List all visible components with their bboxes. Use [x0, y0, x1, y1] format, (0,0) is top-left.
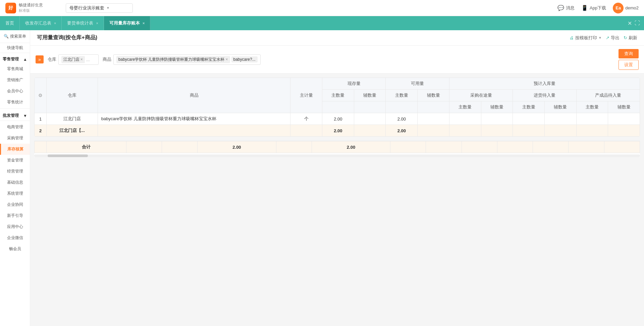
sidebar-item-wechat-work[interactable]: 企业微信: [0, 232, 30, 243]
th-purchase-main: 主数量: [449, 101, 481, 113]
tab-available-stock-close[interactable]: ×: [143, 21, 145, 25]
tab-available-stock-label: 可用量库存账本: [109, 20, 140, 26]
product-label: 商品: [103, 56, 111, 62]
tab-receive-pay-close[interactable]: ×: [54, 21, 56, 25]
total-label: 合计: [47, 141, 126, 153]
refresh-icon: ↻: [624, 35, 627, 40]
cell-production-sub: [608, 113, 640, 125]
table-settings-icon[interactable]: ⚙: [38, 93, 43, 98]
product-tag-1-remove[interactable]: ×: [226, 57, 228, 62]
print-icon: 🖨: [570, 35, 574, 40]
cell-purchase-main: [449, 113, 481, 125]
sidebar-item-marketing[interactable]: 营销推广: [0, 75, 30, 86]
account-selector[interactable]: 母婴行业演示账套 ▼: [66, 3, 133, 13]
warehouse-tag-text: 江北门店: [63, 57, 79, 62]
content-area: 可用量查询(按仓库+商品) 🖨 按模板打印 ▼ ↗ 导出 ↻ 刷新 »: [30, 30, 644, 326]
sidebar-item-newbie[interactable]: 新手引导: [0, 210, 30, 221]
sidebar-item-system-label: 系统管理: [7, 191, 23, 196]
sidebar-item-member-label: 会员中心: [7, 89, 23, 93]
settings-btn[interactable]: 设置: [619, 60, 639, 70]
data-table: ⚙ 仓库 商品 主计量 现存量 可用量 预计入库量 主数量 辅数量 主数量 辅数…: [34, 78, 640, 137]
sidebar-item-operations[interactable]: 经营管理: [0, 166, 30, 177]
export-icon: ↗: [606, 35, 609, 40]
message-btn[interactable]: 💬 消息: [557, 5, 575, 11]
sidebar-item-retail-stats[interactable]: 零售统计: [0, 97, 30, 108]
product-input[interactable]: babycare学饮杯 儿童防摔防撞吸管杯重力球吸嘴杯宝宝水杯 × babyca…: [113, 54, 261, 65]
cell-no: 1: [35, 113, 47, 125]
warehouse-label: 仓库: [48, 56, 56, 62]
th-pt-sub: [354, 101, 386, 113]
sidebar-search[interactable]: 🔍 搜索菜单: [0, 30, 30, 43]
total-row: 合计 2.00 2.00: [35, 141, 640, 153]
sidebar-quick-nav-label: 快捷导航: [7, 45, 23, 50]
sidebar-item-finance[interactable]: 资金管理: [0, 155, 30, 166]
filter-expand-btn[interactable]: »: [36, 55, 44, 63]
sidebar-group-wholesale-label: 批发管理: [3, 113, 19, 119]
sidebar-item-member[interactable]: 会员中心: [0, 86, 30, 97]
cell-product: babycare学饮杯 儿童防摔防撞吸管杯重力球吸嘴杯宝宝水杯: [98, 113, 290, 125]
sidebar-quick-nav[interactable]: 快捷导航: [0, 43, 30, 53]
export-btn[interactable]: ↗ 导出: [606, 35, 620, 41]
warehouse-filter-group: 仓库 江北门店 × ...: [48, 54, 99, 65]
print-btn[interactable]: 🖨 按模板打印 ▼: [570, 35, 602, 41]
logo-text: 畅捷通好生意: [19, 3, 43, 8]
sidebar-item-inventory[interactable]: 库存核算: [0, 144, 30, 155]
sidebar-item-member-pro[interactable]: 畅会员: [0, 243, 30, 254]
maximize-icon[interactable]: ⛶: [635, 20, 640, 26]
data-table-container: ⚙ 仓库 商品 主计量 现存量 可用量 预计入库量 主数量 辅数量 主数量 辅数…: [34, 78, 640, 137]
user-name: demo2: [625, 5, 639, 10]
sidebar-item-retail-mall[interactable]: 零售商城: [0, 63, 30, 75]
query-btn[interactable]: 查询: [619, 49, 639, 58]
th-av-sub: [418, 101, 449, 113]
cell-inbound-sub: [544, 113, 576, 125]
sidebar-item-system[interactable]: 系统管理: [0, 188, 30, 199]
subtotal-no: 2: [35, 125, 47, 137]
subtotal-available-main: 2.00: [386, 125, 418, 137]
subtotal-production-main: [576, 125, 608, 137]
sidebar-item-purchase-label: 采购管理: [7, 136, 23, 140]
th-inbound-main: 主数量: [513, 101, 545, 113]
sidebar: 🔍 搜索菜单 快捷导航 零售管理 ▲ 零售商城 营销推广 会员中心 零售统计 批…: [0, 30, 30, 326]
th-unit: 主计量: [290, 78, 322, 113]
sidebar-item-purchase[interactable]: 采购管理: [0, 133, 30, 144]
tab-home[interactable]: 首页: [0, 16, 20, 30]
user-menu[interactable]: Ea demo2: [613, 3, 639, 13]
sidebar-item-retail-stats-label: 零售统计: [7, 100, 23, 104]
th-available: 可用量: [386, 78, 449, 90]
tab-order-stats[interactable]: 要货单统计表 ×: [62, 16, 104, 30]
page-header: 可用量查询(按仓库+商品) 🖨 按模板打印 ▼ ↗ 导出 ↻ 刷新: [30, 30, 644, 46]
th-purchase-sub: 辅数量: [481, 101, 513, 113]
close-window-icon[interactable]: ✕: [628, 20, 632, 27]
total-stock-main: 2.00: [198, 141, 276, 153]
tab-available-stock[interactable]: 可用量库存账本 ×: [104, 16, 150, 30]
sidebar-search-label: 搜索菜单: [10, 34, 26, 39]
sidebar-group-retail[interactable]: 零售管理 ▲: [0, 53, 30, 63]
sidebar-item-ecommerce-label: 电商管理: [7, 125, 23, 129]
refresh-btn[interactable]: ↻ 刷新: [624, 35, 637, 41]
warehouse-tag-remove[interactable]: ×: [80, 57, 83, 62]
message-label: 消息: [566, 5, 575, 11]
sidebar-item-basic-info[interactable]: 基础信息: [0, 177, 30, 188]
tab-order-stats-close[interactable]: ×: [96, 21, 98, 25]
th-production-pending: 产成品待入量: [576, 90, 640, 101]
tab-receive-pay[interactable]: 收发存汇总表 ×: [20, 16, 62, 30]
th-stock-main: 主数量: [322, 90, 354, 101]
tab-home-label: 首页: [5, 20, 14, 26]
app-download-btn[interactable]: 📱 App下载: [581, 5, 606, 11]
subtotal-stock-sub: [354, 125, 386, 137]
sidebar-item-ecommerce[interactable]: 电商管理: [0, 122, 30, 133]
sidebar-item-app-center[interactable]: 应用中心: [0, 221, 30, 232]
subtotal-production-sub: [608, 125, 640, 137]
subtotal-product: [98, 125, 290, 137]
chevron-up-icon: ▲: [23, 57, 27, 62]
warehouse-input[interactable]: 江北门店 × ...: [58, 54, 99, 65]
sidebar-group-wholesale[interactable]: 批发管理 ▼: [0, 109, 30, 120]
chevron-down-icon: ▼: [23, 113, 27, 118]
search-icon: 🔍: [4, 34, 9, 39]
sidebar-item-cooperation[interactable]: 企业协同: [0, 199, 30, 210]
subtotal-unit: [290, 125, 322, 137]
app-download-label: App下载: [590, 5, 606, 11]
cell-warehouse: 江北门店: [47, 113, 98, 125]
sidebar-group-retail-label: 零售管理: [3, 56, 19, 62]
tab-receive-pay-label: 收发存汇总表: [25, 20, 51, 26]
